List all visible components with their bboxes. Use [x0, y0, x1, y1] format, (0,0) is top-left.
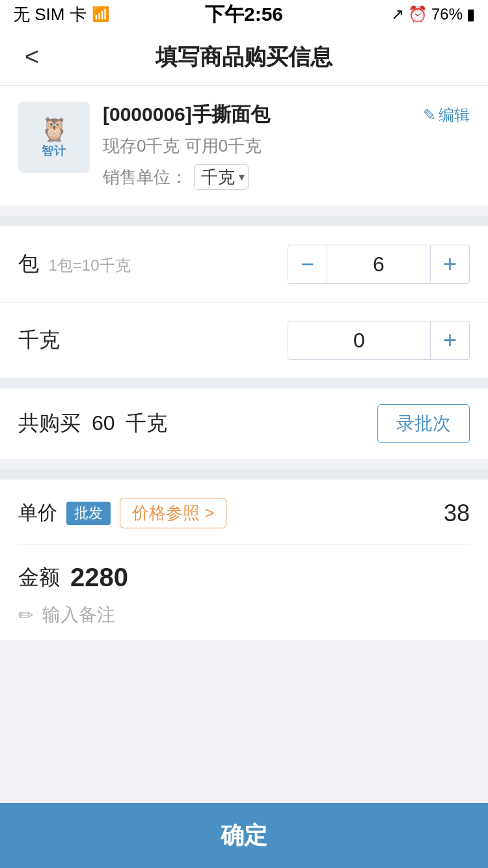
- amount-row: 金额 2280: [18, 563, 470, 592]
- bag-decrement-button[interactable]: −: [288, 245, 327, 284]
- section-divider-3: [0, 469, 488, 480]
- status-bar: 无 SIM 卡 📶 下午2:56 ↗ ⏰ 76% ▮: [0, 0, 488, 29]
- unit-label: 销售单位：: [103, 166, 187, 189]
- price-value: 38: [444, 500, 470, 527]
- product-name: [0000006]手撕面包: [103, 102, 270, 128]
- batch-button[interactable]: 录批次: [377, 404, 470, 443]
- kg-quantity-input[interactable]: [288, 321, 431, 360]
- confirm-button[interactable]: 确定: [0, 803, 488, 868]
- page-title: 填写商品购买信息: [156, 42, 332, 72]
- amount-section: 金额 2280 ✏ 输入备注: [0, 545, 488, 640]
- kg-input-section: 千克 +: [0, 303, 488, 378]
- section-divider-2: [0, 378, 488, 388]
- price-left: 单价 批发 价格参照 >: [18, 498, 226, 528]
- confirm-label: 确定: [221, 820, 267, 852]
- price-row: 单价 批发 价格参照 > 38: [18, 498, 470, 545]
- total-text: 共购买 60 千克: [18, 409, 167, 438]
- kg-increment-button[interactable]: +: [431, 321, 470, 360]
- nav-bar: < 填写商品购买信息: [0, 29, 488, 86]
- total-label: 共购买: [18, 411, 81, 435]
- remark-row[interactable]: ✏ 输入备注: [18, 603, 470, 627]
- kg-label: 千克: [18, 326, 70, 355]
- wifi-icon: 📶: [92, 6, 109, 23]
- unit-row: 销售单位： 千克 ▾: [103, 164, 470, 190]
- remark-label: 输入备注: [42, 603, 115, 627]
- battery-text: 76%: [431, 5, 463, 23]
- price-section: 单价 批发 价格参照 > 38: [0, 480, 488, 545]
- bag-input-section: 包 1包=10千克 − +: [0, 226, 488, 302]
- amount-value: 2280: [70, 563, 128, 592]
- bag-input-row: 包 1包=10千克 − +: [18, 226, 470, 302]
- edit-button[interactable]: ✎ 编辑: [423, 105, 470, 126]
- edit-icon: ✎: [423, 106, 436, 124]
- total-row: 共购买 60 千克 录批次: [0, 388, 488, 459]
- gray-area: [0, 640, 488, 770]
- bag-increment-button[interactable]: +: [431, 245, 470, 284]
- total-unit: 千克: [126, 411, 167, 435]
- carrier-text: 无 SIM 卡: [13, 3, 87, 26]
- kg-input-row: 千克 +: [18, 303, 470, 378]
- status-left: 无 SIM 卡 📶: [13, 3, 109, 26]
- location-icon: ↗: [391, 5, 404, 23]
- alarm-icon: ⏰: [408, 5, 427, 23]
- price-label: 单价: [18, 500, 57, 526]
- bag-quantity-input[interactable]: [327, 245, 431, 284]
- edit-label: 编辑: [439, 105, 470, 126]
- bag-quantity-control: − +: [288, 245, 470, 284]
- unit-select[interactable]: 千克: [194, 164, 249, 190]
- brand-logo-text: 智计: [40, 143, 69, 159]
- section-divider-1: [0, 216, 488, 226]
- product-stock: 现存0千克 可用0千克: [103, 135, 470, 157]
- total-qty: 60: [92, 411, 115, 435]
- unit-select-wrap[interactable]: 千克 ▾: [194, 164, 249, 190]
- content-area: 🦉 智计 [0000006]手撕面包 ✎ 编辑 现存0千克 可用0千克 销售单位…: [0, 86, 488, 868]
- bag-label-group: 包 1包=10千克: [18, 250, 131, 278]
- pencil-icon: ✏: [18, 604, 33, 626]
- product-image: 🦉 智计: [18, 102, 90, 173]
- price-tag-pifa: 批发: [66, 502, 111, 525]
- battery-icon: ▮: [467, 5, 475, 23]
- amount-label: 金额: [18, 563, 60, 592]
- status-time: 下午2:56: [205, 1, 283, 28]
- back-button[interactable]: <: [18, 36, 46, 77]
- status-right: ↗ ⏰ 76% ▮: [391, 5, 475, 23]
- price-ref-button[interactable]: 价格参照 >: [120, 498, 226, 528]
- bag-label: 包: [18, 252, 39, 275]
- bag-hint: 1包=10千克: [48, 256, 130, 274]
- kg-quantity-control: +: [288, 321, 470, 360]
- product-name-row: [0000006]手撕面包 ✎ 编辑: [103, 102, 470, 128]
- product-card: 🦉 智计 [0000006]手撕面包 ✎ 编辑 现存0千克 可用0千克 销售单位…: [0, 86, 488, 206]
- product-info: [0000006]手撕面包 ✎ 编辑 现存0千克 可用0千克 销售单位： 千克 …: [103, 102, 470, 190]
